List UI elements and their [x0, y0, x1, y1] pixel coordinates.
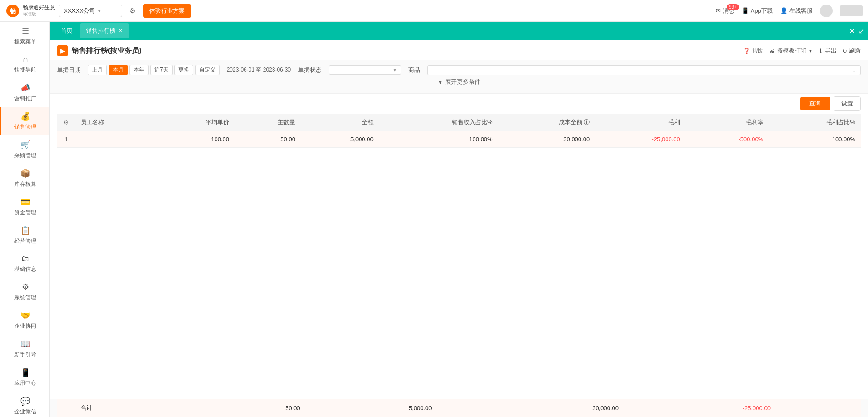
- goods-more-icon: ...: [853, 67, 857, 73]
- sidebar-label-marketing: 营销推广: [14, 95, 36, 102]
- cell-amount: 5,000.00: [301, 131, 379, 148]
- cell-cost-amount: 30,000.00: [498, 131, 595, 148]
- online-service-btn[interactable]: 👤 在线客服: [780, 7, 813, 15]
- logo-line2: 标准版: [23, 11, 55, 17]
- col-main-qty: 主数量: [235, 114, 301, 131]
- expand-btn[interactable]: ▶: [57, 45, 68, 56]
- refresh-btn[interactable]: ↻ 刷新: [842, 47, 861, 55]
- sidebar-item-app-center[interactable]: 📱 应用中心: [0, 363, 49, 392]
- footer-cost-cell: 30,000.00: [480, 399, 624, 417]
- setting-button[interactable]: 设置: [834, 96, 861, 111]
- app-download-btn[interactable]: 📱 App下载: [742, 7, 773, 15]
- cell-main-qty: 50.00: [235, 131, 301, 148]
- app-download-label: App下载: [751, 7, 773, 15]
- trial-button[interactable]: 体验行业方案: [143, 4, 191, 18]
- footer-rate-cell: [776, 399, 819, 417]
- sidebar-item-operations[interactable]: 📋 经营管理: [0, 221, 49, 249]
- app-center-icon: 📱: [20, 368, 30, 378]
- message-btn[interactable]: ✉ 消息 99+: [716, 7, 734, 15]
- sidebar-item-system[interactable]: ⚙ 系统管理: [0, 278, 49, 306]
- help-btn[interactable]: ❓ 帮助: [743, 47, 764, 55]
- more-filters-row: ▼ 展开更多条件: [57, 75, 861, 89]
- marketing-icon: 📣: [20, 83, 30, 93]
- print-chevron-icon: ▼: [808, 48, 813, 53]
- system-icon: ⚙: [22, 282, 29, 292]
- settings-icon[interactable]: ⚙: [126, 4, 139, 18]
- date-btn-7days[interactable]: 近7天: [150, 65, 173, 75]
- export-btn[interactable]: ⬇ 导出: [818, 47, 837, 55]
- col-amount: 全额: [301, 114, 379, 131]
- status-filter-label: 单据状态: [298, 66, 321, 74]
- print-btn[interactable]: 🖨 按模板打印 ▼: [769, 47, 813, 55]
- tab-maximize-icon[interactable]: ⤢: [858, 27, 864, 35]
- status-select[interactable]: ▼: [329, 65, 401, 75]
- footer-avg-cell: [163, 399, 206, 417]
- sidebar-item-enterprise-collab[interactable]: 🤝 企业协同: [0, 306, 49, 335]
- goods-input[interactable]: ...: [427, 65, 861, 75]
- tab-home-label: 首页: [61, 27, 72, 34]
- footer-ratio-cell: [437, 399, 480, 417]
- cell-rank: 1: [57, 131, 75, 148]
- date-btn-this-year[interactable]: 本年: [129, 65, 149, 75]
- goods-filter-label: 商品: [408, 66, 420, 74]
- date-range: 2023-06-01 至 2023-06-30: [227, 66, 291, 74]
- avatar[interactable]: [820, 5, 833, 17]
- page-header: ▶ 销售排行榜(按业务员) ❓ 帮助 🖨 按模板打印 ▼ ⬇ 导: [50, 40, 868, 60]
- sidebar-item-guide[interactable]: 📖 新手引导: [0, 335, 49, 363]
- sidebar-item-finance[interactable]: 💳 资金管理: [0, 192, 49, 221]
- table-footer: 合计 50.00 5,000.00 30,000.00 -25,000.00: [50, 399, 868, 417]
- company-selector[interactable]: XXXXX公司 ▼: [59, 5, 122, 17]
- col-settings[interactable]: ⚙: [57, 114, 75, 131]
- sidebar-label-guide: 新手引导: [14, 351, 36, 359]
- date-btn-more[interactable]: 更多: [174, 65, 193, 75]
- footer-gross-ratio-cell: [818, 399, 861, 417]
- tab-close-icon[interactable]: ✕: [118, 28, 123, 34]
- sidebar: ☰ 搜索菜单 ⌂ 快捷导航 📣 营销推广 💰 销售管理 🛒 采购管理 📦 库存核…: [0, 22, 50, 417]
- sidebar-label-purchase: 采购管理: [14, 152, 36, 159]
- tab-sales-ranking[interactable]: 销售排行榜 ✕: [80, 23, 129, 38]
- sidebar-label-system: 系统管理: [14, 294, 36, 302]
- expand-label: 展开更多条件: [445, 78, 480, 86]
- user-name: [840, 5, 863, 16]
- content-area: 首页 销售排行榜 ✕ ✕ ⤢ ▶ 销售排行榜(按业务员) ❓: [50, 22, 868, 417]
- sidebar-label-finance: 资金管理: [14, 209, 36, 216]
- tab-home[interactable]: 首页: [53, 23, 80, 38]
- purchase-icon: 🛒: [20, 140, 30, 150]
- filter-bar: 单据日期 上月 本月 本年 近7天 更多 自定义 2023-06-01 至 20…: [50, 60, 868, 94]
- date-btn-custom[interactable]: 自定义: [195, 65, 220, 75]
- sidebar-item-purchase[interactable]: 🛒 采购管理: [0, 135, 49, 164]
- message-icon: ✉: [716, 7, 721, 14]
- export-icon: ⬇: [818, 48, 823, 54]
- sidebar-item-marketing[interactable]: 📣 营销推广: [0, 78, 49, 107]
- sidebar-item-inventory[interactable]: 📦 库存核算: [0, 164, 49, 192]
- sidebar-item-sales[interactable]: 💰 销售管理: [0, 107, 49, 135]
- sidebar-label-sales: 销售管理: [14, 123, 36, 131]
- cell-sales-ratio: 100.00%: [379, 131, 498, 148]
- date-btn-last-month[interactable]: 上月: [88, 65, 107, 75]
- sidebar-item-basic-info[interactable]: 🗂 基础信息: [0, 249, 49, 278]
- collab-icon: 🤝: [20, 311, 30, 321]
- footer-qty-cell: 50.00: [206, 399, 305, 417]
- tab-close-all-icon[interactable]: ✕: [849, 27, 855, 35]
- guide-icon: 📖: [20, 339, 30, 349]
- online-service-label: 在线客服: [789, 7, 813, 15]
- table-wrap: ⚙ 员工名称 平均单价 主数量 全额 销售收入占比% 成本全额 ⓘ 毛利 毛利率…: [50, 114, 868, 399]
- footer-rank-cell: [57, 399, 75, 417]
- svg-text:畅: 畅: [10, 8, 16, 14]
- home-icon: ⌂: [23, 55, 28, 64]
- sidebar-item-quick-nav[interactable]: ⌂ 快捷导航: [0, 50, 49, 78]
- footer-row: 合计 50.00 5,000.00 30,000.00 -25,000.00: [57, 399, 861, 417]
- expand-filters-btn[interactable]: ▼ 展开更多条件: [437, 78, 480, 86]
- sidebar-item-wechat[interactable]: 💬 企业微信: [0, 392, 49, 417]
- refresh-label: 刷新: [849, 47, 861, 55]
- sidebar-item-search-order[interactable]: ☰ 搜索菜单: [0, 22, 49, 50]
- status-chevron-icon: ▼: [393, 67, 397, 72]
- cell-gross-profit: -25,000.00: [595, 131, 686, 148]
- date-filter-label: 单据日期: [57, 66, 81, 74]
- cell-avg-price: 100.00: [155, 131, 235, 148]
- query-button[interactable]: 查询: [800, 97, 830, 110]
- data-table: ⚙ 员工名称 平均单价 主数量 全额 销售收入占比% 成本全额 ⓘ 毛利 毛利率…: [57, 114, 861, 148]
- date-btn-this-month[interactable]: 本月: [109, 65, 128, 75]
- sidebar-label-inventory: 库存核算: [14, 180, 36, 188]
- print-icon: 🖨: [769, 48, 775, 54]
